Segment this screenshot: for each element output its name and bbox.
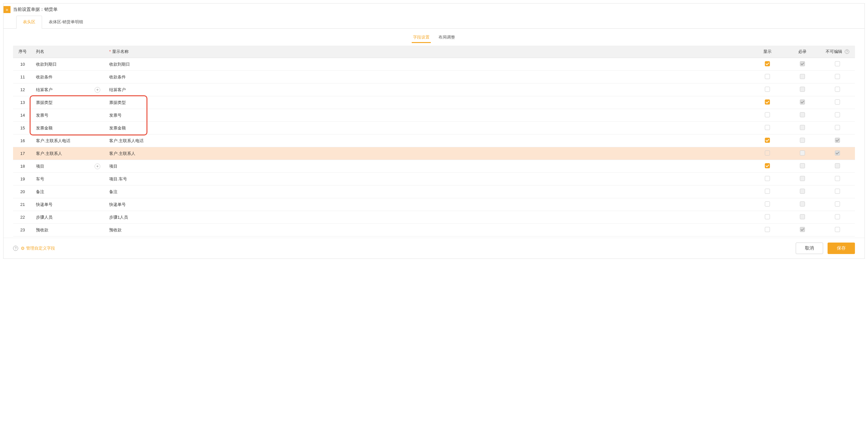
cell-col-name: 结算客户+ bbox=[32, 84, 105, 96]
checkbox-show[interactable] bbox=[765, 61, 770, 66]
cell-display-name[interactable]: 收款到期日 bbox=[105, 58, 750, 71]
top-tab-1[interactable]: 表体区-销货单明细 bbox=[42, 16, 90, 28]
checkbox-required bbox=[800, 61, 805, 66]
cell-seq: 13 bbox=[13, 96, 32, 109]
table-row[interactable]: 17客户.主联系人客户.主联系人 bbox=[13, 147, 855, 160]
cell-col-name: 车号 bbox=[32, 173, 105, 185]
cell-seq: 22 bbox=[13, 211, 32, 224]
cell-col-name: 客户.主联系人电话 bbox=[32, 135, 105, 147]
table-row[interactable]: 16客户.主联系人电话客户.主联系人电话 bbox=[13, 135, 855, 147]
table-row[interactable]: 19车号项目.车号 bbox=[13, 173, 855, 185]
th-seq: 序号 bbox=[13, 46, 32, 58]
checkbox-readonly[interactable] bbox=[835, 189, 840, 194]
table-row[interactable]: 12结算客户+结算客户 bbox=[13, 84, 855, 96]
cell-display-name[interactable]: 结算客户 bbox=[105, 84, 750, 96]
checkbox-readonly[interactable] bbox=[835, 99, 840, 105]
checkbox-show[interactable] bbox=[765, 138, 770, 143]
cell-display-name[interactable]: 客户.主联系人电话 bbox=[105, 135, 750, 147]
table-row[interactable]: 23预收款预收款 bbox=[13, 224, 855, 236]
cell-display-name[interactable]: 客户.主联系人 bbox=[105, 147, 750, 160]
checkbox-show[interactable] bbox=[765, 163, 770, 168]
checkbox-required bbox=[800, 87, 805, 92]
th-show: 显示 bbox=[750, 46, 785, 58]
cell-col-name: 发票金额 bbox=[32, 122, 105, 135]
checkbox-show[interactable] bbox=[765, 176, 770, 181]
checkbox-show[interactable] bbox=[765, 125, 770, 130]
cell-seq: 10 bbox=[13, 58, 32, 71]
cell-display-name[interactable]: 预收款 bbox=[105, 224, 750, 236]
checkbox-readonly[interactable] bbox=[835, 112, 840, 117]
th-required: 必录 bbox=[785, 46, 820, 58]
expand-sidebar-icon[interactable]: » bbox=[3, 6, 10, 13]
table-row[interactable]: 18项目+项目 bbox=[13, 160, 855, 173]
table-row[interactable]: 14发票号发票号 bbox=[13, 109, 855, 122]
cell-display-name[interactable]: 项目.车号 bbox=[105, 173, 750, 185]
cell-col-name: 预收款 bbox=[32, 224, 105, 236]
gear-icon: ⚙ bbox=[21, 246, 25, 251]
save-button[interactable]: 保存 bbox=[828, 242, 855, 254]
sub-tab-0[interactable]: 字段设置 bbox=[412, 32, 431, 43]
checkbox-required bbox=[800, 150, 805, 155]
cell-seq: 16 bbox=[13, 135, 32, 147]
cell-seq: 15 bbox=[13, 122, 32, 135]
table-row[interactable]: 11收款条件收款条件 bbox=[13, 71, 855, 84]
top-tab-0[interactable]: 表头区 bbox=[16, 16, 42, 29]
help-icon[interactable]: ? bbox=[13, 246, 18, 251]
checkbox-show[interactable] bbox=[765, 112, 770, 117]
cancel-button[interactable]: 取消 bbox=[796, 242, 823, 254]
checkbox-show[interactable] bbox=[765, 214, 770, 219]
table-row[interactable]: 22步骤人员步骤1人员 bbox=[13, 211, 855, 224]
checkbox-readonly bbox=[835, 163, 840, 168]
plus-icon[interactable]: + bbox=[95, 164, 100, 169]
checkbox-readonly[interactable] bbox=[835, 61, 840, 66]
table-row[interactable]: 10收款到期日收款到期日 bbox=[13, 58, 855, 71]
checkbox-show[interactable] bbox=[765, 87, 770, 92]
cell-seq: 14 bbox=[13, 109, 32, 122]
table-row[interactable]: 20备注备注 bbox=[13, 185, 855, 198]
checkbox-required bbox=[800, 138, 805, 143]
checkbox-required bbox=[800, 125, 805, 130]
cell-display-name[interactable]: 发票号 bbox=[105, 109, 750, 122]
cell-display-name[interactable]: 收款条件 bbox=[105, 71, 750, 84]
plus-icon[interactable]: + bbox=[95, 87, 100, 93]
checkbox-readonly[interactable] bbox=[835, 227, 840, 232]
checkbox-show[interactable] bbox=[765, 150, 770, 155]
cell-display-name[interactable]: 备注 bbox=[105, 185, 750, 198]
checkbox-readonly[interactable] bbox=[835, 176, 840, 181]
top-tabs: 表头区表体区-销货单明细 bbox=[3, 16, 865, 28]
checkbox-show[interactable] bbox=[765, 189, 770, 194]
manage-custom-fields-link[interactable]: ⚙ 管理自定义字段 bbox=[21, 246, 55, 251]
cell-col-name: 收款到期日 bbox=[32, 58, 105, 71]
table-row[interactable]: 21快递单号快递单号 bbox=[13, 198, 855, 211]
checkbox-show[interactable] bbox=[765, 227, 770, 232]
checkbox-readonly[interactable] bbox=[835, 201, 840, 206]
checkbox-required bbox=[800, 201, 805, 206]
checkbox-show[interactable] bbox=[765, 74, 770, 79]
cell-seq: 18 bbox=[13, 160, 32, 173]
checkbox-required bbox=[800, 112, 805, 117]
th-display-name: *显示名称 bbox=[105, 46, 750, 58]
checkbox-readonly[interactable] bbox=[835, 87, 840, 92]
field-table: 序号 列名 *显示名称 显示 必录 不可编辑 ? 10收款到期日收款到期日11收… bbox=[13, 46, 855, 236]
cell-col-name: 步骤人员 bbox=[32, 211, 105, 224]
checkbox-readonly[interactable] bbox=[835, 214, 840, 219]
table-row[interactable]: 13票据类型票据类型 bbox=[13, 96, 855, 109]
help-icon[interactable]: ? bbox=[845, 49, 849, 54]
checkbox-readonly[interactable] bbox=[835, 74, 840, 79]
cell-col-name: 项目+ bbox=[32, 160, 105, 173]
th-name: 列名 bbox=[32, 46, 105, 58]
cell-display-name[interactable]: 快递单号 bbox=[105, 198, 750, 211]
cell-display-name[interactable]: 步骤1人员 bbox=[105, 211, 750, 224]
sub-tab-1[interactable]: 布局调整 bbox=[437, 32, 456, 43]
checkbox-show[interactable] bbox=[765, 99, 770, 105]
cell-display-name[interactable]: 票据类型 bbox=[105, 96, 750, 109]
cell-display-name[interactable]: 发票金额 bbox=[105, 122, 750, 135]
cell-seq: 17 bbox=[13, 147, 32, 160]
cell-col-name: 票据类型 bbox=[32, 96, 105, 109]
checkbox-readonly[interactable] bbox=[835, 125, 840, 130]
checkbox-show[interactable] bbox=[765, 201, 770, 206]
table-row[interactable]: 15发票金额发票金额 bbox=[13, 122, 855, 135]
cell-seq: 11 bbox=[13, 71, 32, 84]
cell-display-name[interactable]: 项目 bbox=[105, 160, 750, 173]
page-title: 当前设置单据：销货单 bbox=[13, 7, 58, 12]
